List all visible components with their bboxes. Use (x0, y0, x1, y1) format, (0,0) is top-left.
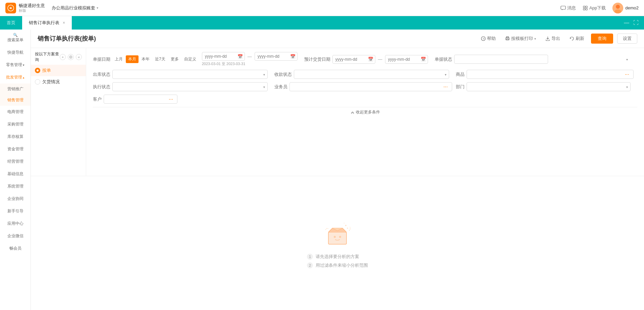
messages-button[interactable]: 消息 (560, 5, 576, 11)
top-header: 畅捷通好生意 标版 办公用品行业模拟账套 ▾ 消息 (0, 0, 644, 16)
scheme-add-button[interactable]: + (60, 54, 66, 60)
expected-date-from-wrapper: 📅 (332, 55, 375, 64)
industry-selector[interactable]: 办公用品行业模拟账套 ▾ (52, 5, 98, 11)
tab-minimize-icon[interactable]: — (624, 20, 629, 26)
sidebar-item-wholesale[interactable]: 批发管理 ▴ (0, 71, 31, 84)
exec-status-select[interactable] (112, 82, 268, 91)
salesperson-more-button[interactable]: ··· (442, 84, 449, 90)
status-select[interactable] (454, 55, 548, 64)
dept-select[interactable] (467, 82, 631, 91)
app-download-icon (583, 5, 588, 11)
app-name: 畅捷通好生意 标版 (19, 3, 45, 13)
print-button[interactable]: 按模板打印 ▾ (502, 34, 539, 43)
date-tab-more[interactable]: 更多 (168, 55, 181, 63)
sidebar-item-ecommerce[interactable]: 电商管理 (0, 106, 31, 118)
date-from-input[interactable] (202, 52, 245, 61)
collapse-button[interactable]: 收起更多条件 (93, 107, 637, 117)
date-to-input[interactable] (255, 52, 298, 61)
date-tab-last-month[interactable]: 上月 (112, 55, 125, 63)
status-select-wrapper: ▾ (454, 55, 631, 64)
app-download-button[interactable]: App下载 (583, 5, 606, 11)
salesperson-input[interactable] (289, 82, 452, 91)
expected-date-from-input[interactable] (332, 55, 375, 64)
collapse-icon (351, 110, 355, 114)
svg-rect-12 (506, 37, 508, 38)
logo-area: 畅捷通好生意 标版 (5, 3, 45, 13)
tab-maximize-icon[interactable]: ⛶ (633, 20, 639, 26)
scheme-edit-button[interactable] (68, 54, 74, 60)
scheme-collapse-button[interactable]: « (76, 54, 82, 60)
sidebar-item-finance[interactable]: 资金管理 (0, 143, 31, 155)
sidebar-item-member[interactable]: 畅会员 (0, 242, 31, 255)
tab-bar-actions: — ⛶ (624, 20, 644, 26)
tab-close-icon[interactable]: × (63, 20, 65, 25)
tab-home[interactable]: 首页 (0, 16, 22, 30)
sidebar-sub-item-marketing[interactable]: 营销推广 (0, 84, 31, 95)
empty-tip-2: 2 用过滤条件来缩小分析范围 (307, 262, 368, 268)
filter-row-2: 出库状态 ▾ 收款状态 ▾ (93, 70, 637, 79)
refresh-button[interactable]: 刷新 (567, 34, 587, 43)
customer-input[interactable] (104, 95, 177, 104)
svg-rect-4 (583, 8, 585, 10)
filter-row-4: 客户 ··· (93, 95, 637, 104)
sidebar-item-enterprise[interactable]: 企业协同 (0, 193, 31, 205)
export-icon (545, 36, 550, 41)
date-tab-this-year[interactable]: 本年 (139, 55, 152, 63)
refresh-icon (570, 36, 574, 41)
data-area: 1 请先选择要分析的方案 2 用过滤条件来缩小分析范围 (31, 176, 644, 310)
delivery-status-select[interactable] (112, 70, 268, 79)
sidebar-item-wechat[interactable]: 企业微信 (0, 230, 31, 242)
filter-item-customer: 客户 ··· (93, 95, 174, 104)
sidebar-item-apps[interactable]: 应用中心 (0, 217, 31, 230)
sidebar-sub-wholesale: 营销推广 销售管理 (0, 84, 31, 106)
empty-tips: 1 请先选择要分析的方案 2 用过滤条件来缩小分析范围 (307, 254, 368, 268)
customer-more-button[interactable]: ··· (167, 96, 174, 102)
payment-status-select-wrapper: ▾ (294, 70, 449, 79)
page-header: 销售订单执行表(按单) ? 帮助 (31, 30, 644, 48)
avatar (612, 3, 623, 13)
user-avatar-area[interactable]: demo2 (612, 3, 639, 13)
empty-tip-1: 1 请先选择要分析的方案 (307, 254, 368, 260)
sidebar-item-search-menu[interactable]: 🔍 搜索菜单 (0, 30, 31, 46)
filter-item-date: 单据日期 上月 本月 本年 近7天 更多 自定义 (93, 52, 298, 66)
goods-more-button[interactable]: ··· (624, 71, 631, 78)
svg-rect-13 (506, 39, 508, 40)
sidebar-item-quick-nav[interactable]: 快捷导航 (0, 46, 31, 59)
payment-status-select[interactable] (294, 70, 449, 79)
date-tab-this-month[interactable]: 本月 (126, 55, 139, 63)
filter-row-3: 执行状态 ▾ 业务员 ··· (93, 82, 637, 91)
date-tab-7days[interactable]: 近7天 (153, 55, 168, 63)
search-content: 按以下方案查询 + « (31, 48, 644, 176)
export-button[interactable]: 导出 (543, 34, 563, 43)
query-button[interactable]: 查询 (591, 34, 613, 44)
scheme-panel-header: 按以下方案查询 + « (31, 48, 86, 65)
help-icon: ? (481, 36, 486, 41)
goods-input[interactable] (467, 70, 634, 79)
dept-select-wrapper: ▾ (467, 82, 631, 91)
sidebar-sub-item-sales[interactable]: 销售管理 (0, 95, 31, 106)
sidebar-item-purchase[interactable]: 采购管理 (0, 118, 31, 131)
tab-bar: 首页 销售订单执行表 × — ⛶ (0, 16, 644, 30)
date-shortcut-tabs: 上月 本月 本年 近7天 更多 自定义 (112, 55, 199, 63)
scheme-item-by-order[interactable]: 按单 (31, 65, 86, 76)
help-button[interactable]: ? 帮助 (478, 34, 498, 43)
svg-rect-1 (561, 6, 566, 9)
sidebar-item-inventory[interactable]: 库存核算 (0, 131, 31, 143)
tab-sales-execution[interactable]: 销售订单执行表 × (22, 16, 72, 30)
sidebar-item-operation[interactable]: 经营管理 (0, 155, 31, 168)
sidebar-item-system[interactable]: 系统管理 (0, 180, 31, 193)
expected-date-to-input[interactable] (385, 55, 428, 64)
filter-row-1: 单据日期 上月 本月 本年 近7天 更多 自定义 (93, 52, 637, 66)
sidebar-item-guide[interactable]: 新手引导 (0, 205, 31, 217)
expected-date-to-wrapper: 📅 (385, 55, 428, 64)
edit-icon (69, 55, 72, 59)
page-title: 销售订单执行表(按单) (38, 35, 96, 43)
date-tab-custom[interactable]: 自定义 (182, 55, 199, 63)
filter-item-payment-status: 收款状态 ▾ (274, 70, 449, 79)
filter-item-status: 单据状态 ▾ (435, 55, 631, 64)
scheme-item-backorder[interactable]: 欠货情况 (31, 76, 86, 88)
sidebar-item-retail[interactable]: 零售管理 ▾ (0, 59, 31, 71)
inner-layout: 🔍 搜索菜单 快捷导航 零售管理 ▾ 批发管理 ▴ 营销推广 销售管理 (0, 30, 644, 310)
settings-button[interactable]: 设置 (617, 34, 637, 44)
sidebar-item-basic[interactable]: 基础信息 (0, 168, 31, 180)
